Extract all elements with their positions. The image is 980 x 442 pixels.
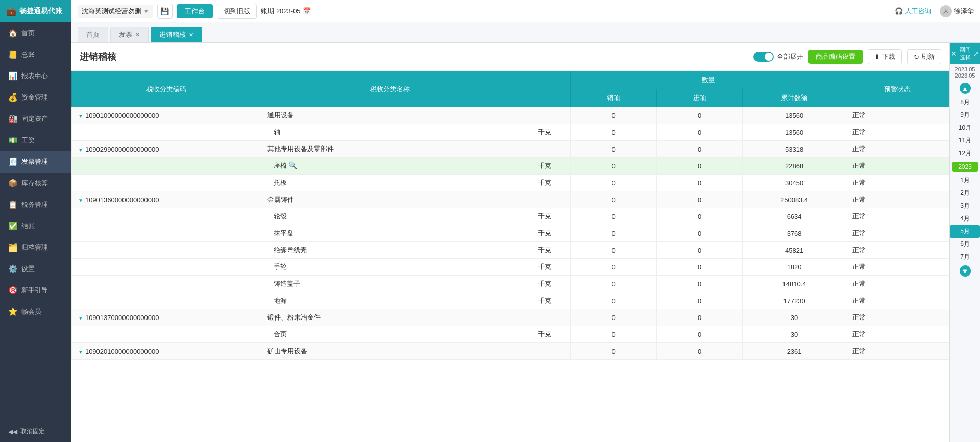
close-icon[interactable]: ✕ — [189, 32, 193, 38]
month-item[interactable]: 11月 — [950, 134, 980, 147]
table-row-sale: 0 — [571, 276, 657, 292]
sidebar-item-tax[interactable]: 📋 税务管理 — [0, 194, 71, 215]
expand-icon[interactable]: ▼ — [78, 315, 83, 321]
table-row-status: 正常 — [846, 276, 949, 292]
sidebar-footer[interactable]: ◀◀ 取消固定 — [0, 421, 71, 442]
table-row-total: 250083.4 — [743, 191, 846, 208]
month-item[interactable]: 3月 — [950, 200, 980, 212]
sidebar-item-ledger[interactable]: 📒 总账 — [0, 44, 71, 65]
download-button[interactable]: ⬇ 下载 — [868, 49, 902, 64]
sidebar-item-reports[interactable]: 📊 报表中心 — [0, 65, 71, 87]
sidebar: 💼 畅捷通易代账 🏠 首页 📒 总账 📊 报表中心 💰 资金管理 🏭 固定资产 … — [0, 0, 71, 442]
table-row-code — [72, 225, 261, 242]
month-item[interactable]: 4月 — [950, 212, 980, 225]
toggle-expand-text: 全部展开 — [777, 52, 803, 61]
table-row-purchase: 0 — [656, 276, 743, 292]
sidebar-item-label: 总账 — [21, 50, 35, 59]
search-icon[interactable]: 🔍 — [288, 161, 297, 169]
sidebar-item-funds[interactable]: 💰 资金管理 — [0, 87, 71, 108]
sidebar-item-label: 首页 — [21, 29, 35, 38]
table-row-sale: 0 — [571, 326, 657, 343]
toggle-expand-label: 全部展开 — [753, 52, 803, 62]
tab-invoice[interactable]: 发票 ✕ — [110, 27, 149, 42]
table-row-name: 托板 — [261, 175, 519, 191]
month-item[interactable]: 8月 — [950, 96, 980, 109]
sidebar-item-guide[interactable]: 🎯 新手引导 — [0, 280, 71, 301]
month-item[interactable]: 7月 — [950, 251, 980, 263]
table-row-total: 3768 — [743, 225, 846, 242]
settings-icon: ⚙️ — [8, 264, 17, 274]
toggle-expand-switch[interactable] — [753, 52, 774, 62]
sidebar-item-label: 发票管理 — [21, 157, 48, 166]
panel-header: ✕ 期间选择 ⤢ — [950, 43, 980, 64]
tab-bar: 首页 发票 ✕ 进销稽核 ✕ — [71, 22, 980, 43]
table-row-name: 轴 — [261, 124, 519, 141]
sidebar-item-inventory[interactable]: 📦 库存核算 — [0, 173, 71, 194]
table-row-code — [72, 124, 261, 141]
panel-expand-icon[interactable]: ⤢ — [973, 50, 979, 58]
month-item[interactable]: 12月 — [950, 147, 980, 160]
table-row-status: 正常 — [846, 208, 949, 225]
logo-icon: 💼 — [6, 7, 16, 16]
product-code-button[interactable]: 商品编码设置 — [808, 50, 863, 64]
table-row-name: 地漏 — [261, 292, 519, 309]
month-item[interactable]: 1月 — [950, 174, 980, 187]
month-item[interactable]: 2月 — [950, 187, 980, 200]
table-row-unit — [519, 309, 571, 326]
table-row-unit — [519, 343, 571, 360]
scroll-down-button[interactable]: ▼ — [960, 265, 971, 277]
table-row-total: 53318 — [743, 141, 846, 158]
invoices-icon: 🧾 — [8, 157, 17, 166]
sidebar-item-assets[interactable]: 🏭 固定资产 — [0, 108, 71, 130]
month-item[interactable]: 9月 — [950, 109, 980, 121]
tab-reconcile[interactable]: 进销稽核 ✕ — [151, 27, 202, 42]
table-row-unit: 千克 — [519, 292, 571, 309]
expand-icon[interactable]: ▼ — [78, 198, 83, 203]
sidebar-item-settle[interactable]: ✅ 结账 — [0, 215, 71, 237]
switch-version-button[interactable]: 切到旧版 — [217, 4, 257, 19]
funds-icon: 💰 — [8, 93, 17, 102]
table-row-status: 正常 — [846, 107, 949, 124]
table-row-code — [72, 259, 261, 276]
sidebar-item-label: 固定资产 — [21, 114, 48, 124]
table-row-code — [72, 242, 261, 259]
expand-icon[interactable]: ▼ — [78, 349, 83, 355]
month-item[interactable]: 10月 — [950, 121, 980, 134]
table-row-unit: 千克 — [519, 124, 571, 141]
period-range-display: 2023.05 2023.05 — [953, 64, 977, 81]
sidebar-item-payroll[interactable]: 💵 工资 — [0, 130, 71, 151]
month-item[interactable]: 5月 — [950, 225, 980, 238]
close-icon[interactable]: ✕ — [135, 32, 140, 38]
company-selector[interactable]: 沈海英测试经营勿删 ▼ — [78, 5, 153, 18]
col-sale: 销项 — [571, 89, 657, 107]
month-item[interactable]: 6月 — [950, 238, 980, 251]
download-icon: ⬇ — [874, 53, 880, 61]
sidebar-item-member[interactable]: ⭐ 畅会员 — [0, 301, 71, 323]
panel-close-icon[interactable]: ✕ — [951, 50, 957, 58]
table-row-unit: 千克 — [519, 259, 571, 276]
table-row-total: 2361 — [743, 343, 846, 360]
table-row-code — [72, 208, 261, 225]
scroll-up-button[interactable]: ▲ — [960, 83, 971, 94]
calendar-icon[interactable]: 📅 — [303, 7, 311, 15]
table-row-sale: 0 — [571, 292, 657, 309]
table-row-purchase: 0 — [656, 191, 743, 208]
service-link[interactable]: 🎧 人工咨询 — [895, 7, 932, 16]
sidebar-item-home[interactable]: 🏠 首页 — [0, 22, 71, 44]
member-icon: ⭐ — [8, 307, 17, 316]
worktable-button[interactable]: 工作台 — [177, 4, 213, 18]
expand-icon[interactable]: ▼ — [78, 147, 83, 153]
sidebar-item-settings[interactable]: ⚙️ 设置 — [0, 258, 71, 280]
tab-home[interactable]: 首页 — [78, 27, 108, 42]
table-row-name: 铸造盖子 — [261, 276, 519, 292]
refresh-button[interactable]: ↻ 刷新 — [907, 49, 941, 64]
year-label[interactable]: 2023 — [952, 162, 978, 172]
expand-icon[interactable]: ▼ — [78, 113, 83, 119]
sidebar-item-invoices[interactable]: 🧾 发票管理 — [0, 151, 71, 173]
save-button[interactable]: 💾 — [157, 4, 173, 19]
user-info: 人 徐泽华 — [940, 5, 974, 17]
sidebar-item-archive[interactable]: 🗂️ 归档管理 — [0, 237, 71, 258]
col-tax-name: 税收分类名称 — [261, 71, 519, 107]
top-header: 沈海英测试经营勿删 ▼ 💾 工作台 切到旧版 账期 2023-05 📅 🎧 人工… — [71, 0, 980, 22]
reports-icon: 📊 — [8, 71, 17, 81]
